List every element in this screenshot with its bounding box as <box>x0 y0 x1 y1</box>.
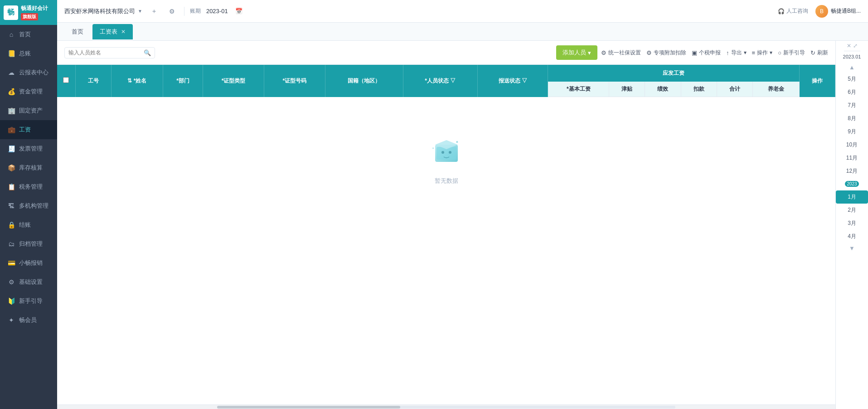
sidebar-item-close-period[interactable]: 🔒 结账 <box>0 215 57 234</box>
month-7[interactable]: 7月 <box>836 99 868 112</box>
close-period-icon: 🔒 <box>7 221 15 229</box>
th-base-salary: *基本工资 <box>548 82 609 97</box>
sidebar-item-expense-label: 小畅报销 <box>19 259 43 267</box>
sidebar-item-inventory[interactable]: 📦 库存核算 <box>0 158 57 177</box>
th-number: 工号 <box>75 65 111 97</box>
tab-home[interactable]: 首页 <box>64 24 91 39</box>
sidebar-item-invoice[interactable]: 🧾 发票管理 <box>0 139 57 158</box>
salary-icon: 💼 <box>7 126 15 133</box>
month-nav-down[interactable]: ▼ <box>836 243 868 253</box>
tab-salary[interactable]: 工资表 ✕ <box>92 24 133 39</box>
social-security-icon: ⚙ <box>601 49 606 56</box>
search-wrap: 🔍 <box>64 47 155 58</box>
th-checkbox[interactable] <box>57 65 75 97</box>
sidebar-item-settings[interactable]: ⚙ 基础设置 <box>0 273 57 292</box>
headset-icon: 🎧 <box>778 8 785 15</box>
th-total: 合计 <box>717 82 752 97</box>
sidebar-item-salary-label: 工资 <box>19 126 31 134</box>
operation-action[interactable]: ≡ 操作 ▾ <box>752 49 773 57</box>
month-5[interactable]: 5月 <box>836 73 868 86</box>
user-name: 畅捷通B组... <box>831 7 861 15</box>
sidebar-item-assets[interactable]: 🏢 固定资产 <box>0 101 57 120</box>
sidebar-item-tax[interactable]: 📋 税务管理 <box>0 177 57 196</box>
month-3[interactable]: 3月 <box>836 217 868 230</box>
th-nationality: 国籍（地区） <box>325 65 403 97</box>
logo-text: 畅通好会计 <box>21 5 48 12</box>
personal-tax-label: 个税申报 <box>699 49 721 57</box>
calendar-icon[interactable]: 📅 <box>235 8 242 15</box>
th-cert-type: *证型类型 <box>203 65 264 97</box>
sidebar-item-tax-label: 税务管理 <box>19 183 43 191</box>
help-label: 人工咨询 <box>786 7 808 15</box>
personal-tax-action[interactable]: ▣ 个税申报 <box>692 49 721 57</box>
month-9[interactable]: 9月 <box>836 125 868 138</box>
month-6[interactable]: 6月 <box>836 86 868 99</box>
sidebar-item-expense[interactable]: 💳 小畅报销 <box>0 253 57 273</box>
month-2[interactable]: 2月 <box>836 204 868 217</box>
tab-salary-label: 工资表 <box>100 28 117 36</box>
guide-icon: 🔰 <box>7 297 15 305</box>
company-selector[interactable]: 西安虾米网络科技有限公司 ▼ <box>64 7 142 15</box>
sidebar-item-settings-label: 基础设置 <box>19 278 43 286</box>
toolbar: 🔍 添加人员 ▾ ⚙ 统一社保设置 ⚙ 专项附加扣除 ▣ <box>57 41 835 65</box>
th-dept: *部门 <box>163 65 203 97</box>
month-8[interactable]: 8月 <box>836 112 868 125</box>
guide-action[interactable]: ○ 新手引导 <box>778 49 805 57</box>
add-company-button[interactable]: ＋ <box>148 5 160 18</box>
sidebar-item-ledger-label: 总账 <box>19 49 31 58</box>
th-allowance: 津贴 <box>609 82 645 97</box>
sidebar-item-fund[interactable]: 💰 资金管理 <box>0 82 57 101</box>
archive-icon: 🗂 <box>7 240 15 248</box>
sidebar-item-guide[interactable]: 🔰 新手引导 <box>0 292 57 311</box>
sidebar-item-salary[interactable]: 💼 工资 <box>0 120 57 139</box>
social-security-action[interactable]: ⚙ 统一社保设置 <box>601 49 641 57</box>
refresh-icon: ↻ <box>810 49 815 56</box>
help-button[interactable]: 🎧 人工咨询 <box>778 7 808 15</box>
month-11[interactable]: 11月 <box>836 151 868 165</box>
sidebar-item-cloud-report[interactable]: ☁ 云报表中心 <box>0 63 57 82</box>
month-nav-up[interactable]: ▲ <box>836 62 868 73</box>
svg-text:✦: ✦ <box>456 140 459 144</box>
operation-label: 操作 <box>757 49 768 57</box>
sidebar-item-guide-label: 新手引导 <box>19 297 43 305</box>
member-icon: ✦ <box>7 316 15 324</box>
month-12[interactable]: 12月 <box>836 165 868 178</box>
search-input[interactable] <box>68 49 141 56</box>
refresh-action[interactable]: ↻ 刷新 <box>810 49 828 57</box>
empty-text: 暂无数据 <box>435 177 458 185</box>
th-status[interactable]: *人员状态 ▽ <box>403 65 477 97</box>
scrollbar-thumb[interactable] <box>217 406 400 409</box>
panel-expand-button[interactable]: ⤢ <box>853 43 858 49</box>
th-cert-no: *证型号码 <box>264 65 325 97</box>
tab-salary-close[interactable]: ✕ <box>121 29 126 35</box>
company-chevron-icon: ▼ <box>138 9 142 14</box>
month-4[interactable]: 4月 <box>836 230 868 243</box>
sidebar-item-home[interactable]: ⌂ 首页 <box>0 25 57 44</box>
sidebar-item-ledger[interactable]: 📒 总账 <box>0 44 57 63</box>
month-10[interactable]: 10月 <box>836 138 868 151</box>
period-label: 账期 <box>190 7 201 15</box>
sidebar-item-member[interactable]: ✦ 畅会员 <box>0 311 57 330</box>
status-filter-icon: ▽ <box>450 78 456 84</box>
month-1-selected[interactable]: 1月 <box>836 190 868 204</box>
sidebar-item-multi-org[interactable]: 🏗 多机构管理 <box>0 196 57 215</box>
svg-text:✦: ✦ <box>432 147 434 150</box>
invoice-icon: 🧾 <box>7 145 15 152</box>
settings-button[interactable]: ⚙ <box>166 5 179 18</box>
th-operation: 操作 <box>799 65 835 97</box>
export-label: 导出 <box>731 49 742 57</box>
add-person-button[interactable]: 添加人员 ▾ <box>556 45 597 60</box>
special-deduction-action[interactable]: ⚙ 专项附加扣除 <box>646 49 686 57</box>
top-header: 西安虾米网络科技有限公司 ▼ ＋ ⚙ 账期 2023-01 📅 🎧 人工咨询 B… <box>57 0 868 23</box>
user-menu[interactable]: B 畅捷通B组... <box>815 5 861 18</box>
select-all-checkbox[interactable] <box>63 77 69 83</box>
settings-icon: ⚙ <box>7 278 15 286</box>
empty-illustration: ✦ ✦ <box>428 133 465 170</box>
sidebar-item-archive[interactable]: 🗂 归档管理 <box>0 234 57 253</box>
table-scrollbar[interactable] <box>57 404 835 409</box>
th-report-status[interactable]: 报送状态 ▽ <box>478 65 548 97</box>
logo-text-block: 畅通好会计 旗舰版 <box>21 5 48 20</box>
export-dropdown-icon: ▾ <box>744 49 747 56</box>
panel-close-button[interactable]: ✕ <box>847 43 851 49</box>
export-action[interactable]: ↑ 导出 ▾ <box>726 49 747 57</box>
